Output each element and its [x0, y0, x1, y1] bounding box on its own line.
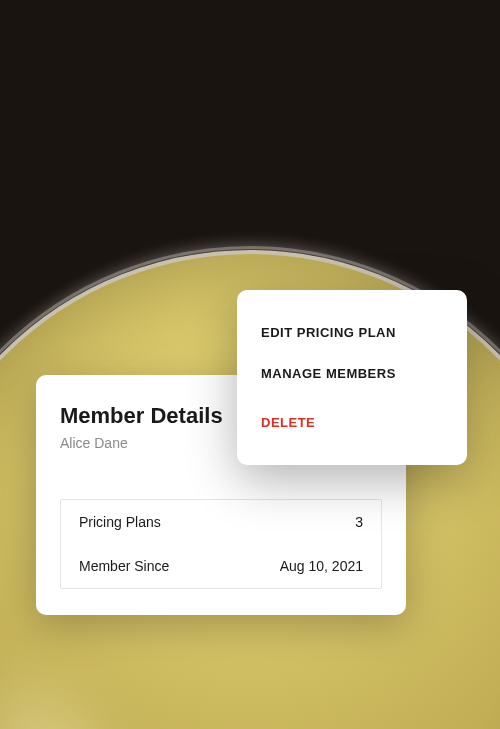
context-menu: EDIT PRICING PLAN MANAGE MEMBERS DELETE: [237, 290, 467, 465]
member-since-label: Member Since: [79, 558, 169, 574]
table-row: Member Since Aug 10, 2021: [61, 544, 381, 588]
pricing-plans-value: 3: [355, 514, 363, 530]
manage-members-button[interactable]: MANAGE MEMBERS: [237, 353, 467, 394]
edit-pricing-plan-button[interactable]: EDIT PRICING PLAN: [237, 312, 467, 353]
table-row: Pricing Plans 3: [61, 500, 381, 544]
background-highlight: [0, 626, 196, 729]
member-since-value: Aug 10, 2021: [280, 558, 363, 574]
delete-button[interactable]: DELETE: [237, 402, 467, 443]
pricing-plans-label: Pricing Plans: [79, 514, 161, 530]
details-table: Pricing Plans 3 Member Since Aug 10, 202…: [60, 499, 382, 589]
